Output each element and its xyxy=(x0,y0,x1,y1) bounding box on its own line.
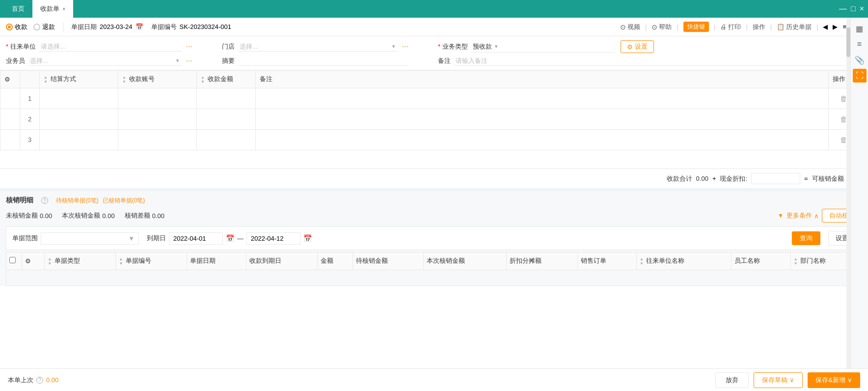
nav-right-btn[interactable]: ▶ xyxy=(833,23,838,30)
date-to-input[interactable] xyxy=(246,232,300,245)
page-footer: 本单上次 ? 0.00 放弃 保存草稿 ∨ 保存&新增 ∨ xyxy=(0,368,868,391)
operation-btn[interactable]: 操作 xyxy=(753,23,765,31)
col-current: 本次核销金额 xyxy=(424,252,507,270)
counterpart-input[interactable] xyxy=(39,42,182,52)
radio-receipt[interactable]: 收款 xyxy=(6,23,27,31)
query-button[interactable]: 查询 xyxy=(792,231,820,245)
staff-dots-btn[interactable]: ··· xyxy=(186,56,192,65)
footer-info: 本单上次 ? 0.00 xyxy=(8,376,58,385)
diff-value: 0.00 xyxy=(152,212,164,220)
hexiao-header: 核销明细 ? 待核销单据(0笔) 已核销单据(0笔) xyxy=(6,196,862,205)
save-draft-button[interactable]: 保存草稿 ∨ xyxy=(754,372,803,388)
range-chevron-icon: ▼ xyxy=(128,235,135,242)
col-settlement: ▲▼ 结算方式 xyxy=(40,71,118,88)
summary-input[interactable] xyxy=(238,56,408,66)
help-btn[interactable]: ⊙ 帮助 xyxy=(651,23,672,31)
hexiao-info-icon[interactable]: ? xyxy=(41,197,48,204)
store-label: 门店 xyxy=(222,42,235,51)
discount-input[interactable] xyxy=(751,173,800,184)
footer-value: 0.00 xyxy=(46,376,58,384)
close-icon[interactable]: × xyxy=(860,4,864,13)
date-label: 单据日期 xyxy=(71,23,97,31)
summary-label: 摘要 xyxy=(222,56,235,65)
date-from-icon[interactable]: 📅 xyxy=(226,234,234,242)
store-field: 门店 ▼ ··· xyxy=(222,42,408,52)
toolbar-right: ⊙ 视频 | ⊙ 帮助 | 快捷键 | 🖨 打印 | 操作 | 📋 历史单据 xyxy=(620,22,862,32)
col-gear-bottom[interactable]: ⚙ xyxy=(22,252,45,270)
footer-info-icon[interactable]: ? xyxy=(36,377,43,384)
date-to-icon[interactable]: 📅 xyxy=(303,234,312,242)
unverified-amount: 未核销金额 0.00 xyxy=(6,211,52,220)
gear-icon: ⚙ xyxy=(627,43,633,51)
staff-input[interactable] xyxy=(30,57,173,64)
more-conditions-btn[interactable]: 更多条件 ∧ xyxy=(787,211,819,220)
counterpart-label: 往来单位 xyxy=(6,42,36,51)
range-field: 单据范围 ▼ xyxy=(12,232,139,245)
col-gear[interactable]: ⚙ xyxy=(0,71,20,88)
col-amount: 金额 xyxy=(317,252,353,270)
store-dots-btn[interactable]: ··· xyxy=(402,42,408,51)
footer-right: 放弃 保存草稿 ∨ 保存&新增 ∨ xyxy=(715,372,860,388)
store-input[interactable] xyxy=(240,43,389,50)
col-due-date: 收款到期日 xyxy=(246,252,317,270)
remark-input[interactable] xyxy=(454,56,862,66)
current-label: 本次核销金额 xyxy=(62,211,100,220)
col-staff: 员工名称 xyxy=(732,252,790,270)
counterpart-dots-btn[interactable]: ··· xyxy=(186,42,192,51)
list-view-btn[interactable]: ≡ xyxy=(842,23,846,30)
tab-done[interactable]: 已核销单据(0笔) xyxy=(103,196,145,205)
right-panel-clip-icon[interactable]: 📎 xyxy=(853,53,867,67)
unverified-value: 0.00 xyxy=(40,212,52,220)
col-remark: 备注 xyxy=(256,71,829,88)
settings-button[interactable]: ⚙ 设置 xyxy=(621,40,654,53)
abandon-button[interactable]: 放弃 xyxy=(715,372,749,388)
save-new-button[interactable]: 保存&新增 ∨ xyxy=(808,372,860,388)
bottom-table-empty-row xyxy=(6,270,862,285)
store-select[interactable]: ▼ xyxy=(238,42,398,52)
range-select[interactable]: ▼ xyxy=(41,232,139,245)
table-section: ⚙ ▲▼ 结算方式 ▲▼ 收款账号 ▲▼ 收款金额 xyxy=(0,70,868,168)
col-checkbox[interactable] xyxy=(6,252,22,270)
receipt-type-group: 收款 退款 xyxy=(6,23,55,31)
tab-close-icon[interactable]: × xyxy=(62,6,65,12)
current-amount: 本次核销金额 0.00 xyxy=(62,211,114,220)
date-from-input[interactable] xyxy=(169,232,223,245)
right-panel-list-icon[interactable]: ≡ xyxy=(853,37,867,51)
minimize-icon[interactable]: — xyxy=(839,4,847,13)
number-value: SK-20230324-001 xyxy=(180,23,232,30)
save-draft-chevron-icon: ∨ xyxy=(789,376,794,384)
print-btn[interactable]: 🖨 打印 xyxy=(720,23,741,31)
radio-refund[interactable]: 退款 xyxy=(33,23,55,31)
tab-receipt[interactable]: 收款单 × xyxy=(32,0,73,18)
staff-select[interactable]: ▼ xyxy=(28,56,182,66)
gear-icon: ⚙ xyxy=(25,257,31,265)
tab-pending[interactable]: 待核销单据(0笔) xyxy=(56,196,99,205)
filter-icon: ▼ xyxy=(778,212,784,219)
calendar-icon[interactable]: 📅 xyxy=(136,23,143,30)
nav-left-btn[interactable]: ◀ xyxy=(823,23,828,30)
maximize-icon[interactable]: □ xyxy=(851,4,856,13)
business-type-field: 业务类型 预收款 ▼ xyxy=(438,41,615,53)
tab-home[interactable]: 首页 xyxy=(4,0,32,18)
col-type: ▲▼ 单据类型 xyxy=(45,252,116,270)
toolbar-divider-1 xyxy=(63,22,63,32)
right-panel-expand-icon[interactable]: ⛶ xyxy=(853,69,867,83)
business-type-select[interactable]: 预收款 ▼ xyxy=(471,41,615,53)
table-row: 3 🗑 ⧉ xyxy=(0,129,868,150)
shortcut-btn[interactable]: 快捷键 xyxy=(683,22,709,32)
store-chevron-icon: ▼ xyxy=(391,44,396,49)
number-label: 单据编号 xyxy=(151,23,177,31)
select-all-checkbox[interactable] xyxy=(9,257,16,263)
summary-field: 摘要 xyxy=(222,56,408,66)
scroll-thumb[interactable] xyxy=(846,28,850,57)
video-btn[interactable]: ⊙ 视频 xyxy=(620,23,640,31)
print-icon: 🖨 xyxy=(720,23,727,30)
right-panel-table-icon[interactable]: ▦ xyxy=(853,22,867,35)
available-label: 可核销金额 xyxy=(812,174,844,183)
bottom-table-wrapper: ⚙ ▲▼ 单据类型 ▲▼ 单据编号 单据日期 收款 xyxy=(6,252,862,286)
staff-label: 业务员 xyxy=(6,56,25,65)
table-row: 1 🗑 ⧉ xyxy=(0,88,868,109)
history-btn[interactable]: 📋 历史单据 xyxy=(777,23,812,31)
col-date: 单据日期 xyxy=(187,252,246,270)
scrollbar[interactable] xyxy=(846,18,850,368)
